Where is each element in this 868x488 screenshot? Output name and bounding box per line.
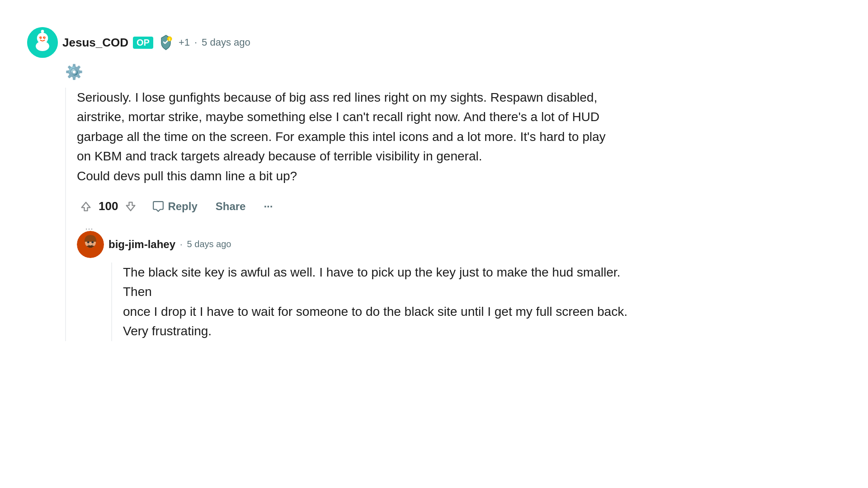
- commenter-username[interactable]: Jesus_COD: [62, 36, 128, 50]
- comment-timestamp: 5 days ago: [202, 37, 250, 48]
- avatar: [27, 27, 58, 58]
- svg-text:1: 1: [169, 38, 170, 41]
- reply-body: The black site key is awful as well. I h…: [111, 263, 651, 341]
- dot-separator: ·: [194, 37, 197, 48]
- comment-body: Seriously. I lose gunfights because of b…: [65, 88, 651, 341]
- reply-dot-sep: ·: [180, 239, 183, 249]
- reply-text: The black site key is awful as well. I h…: [123, 263, 651, 341]
- flair-row: ⚙️: [65, 63, 651, 80]
- flair-icon: ⚙️: [65, 64, 83, 80]
- op-badge: OP: [133, 37, 153, 49]
- share-button[interactable]: Share: [210, 197, 251, 216]
- karma-plus: +1: [179, 37, 190, 48]
- upvote-button[interactable]: [77, 197, 95, 216]
- reply-indicator: ⋯: [85, 224, 93, 234]
- downvote-button[interactable]: [122, 197, 140, 216]
- svg-point-7: [41, 37, 42, 38]
- vote-count: 100: [99, 199, 118, 213]
- main-comment: Jesus_COD OP 1 +1 · 5 days ago ⚙️ Seri: [27, 27, 651, 341]
- comment-text: Seriously. I lose gunfights because of b…: [77, 88, 651, 186]
- comment-thread: Jesus_COD OP 1 +1 · 5 days ago ⚙️ Seri: [18, 27, 651, 341]
- award-badge: 1: [158, 34, 174, 51]
- more-button[interactable]: ···: [258, 197, 278, 216]
- comment-actions: 100 Reply Share: [77, 197, 651, 216]
- reply-timestamp: 5 days ago: [187, 239, 231, 249]
- svg-point-14: [91, 241, 94, 244]
- comment-header: Jesus_COD OP 1 +1 · 5 days ago: [27, 27, 651, 58]
- svg-point-8: [44, 37, 45, 38]
- reply-username[interactable]: big-jim-lahey: [108, 238, 175, 251]
- reply-comment: ⋯: [77, 231, 651, 341]
- reply-avatar: [77, 231, 104, 258]
- svg-point-13: [87, 241, 90, 244]
- reply-header: ⋯: [77, 231, 651, 258]
- reply-button[interactable]: Reply: [147, 197, 203, 216]
- svg-point-3: [41, 30, 44, 33]
- vote-section: 100: [77, 197, 140, 216]
